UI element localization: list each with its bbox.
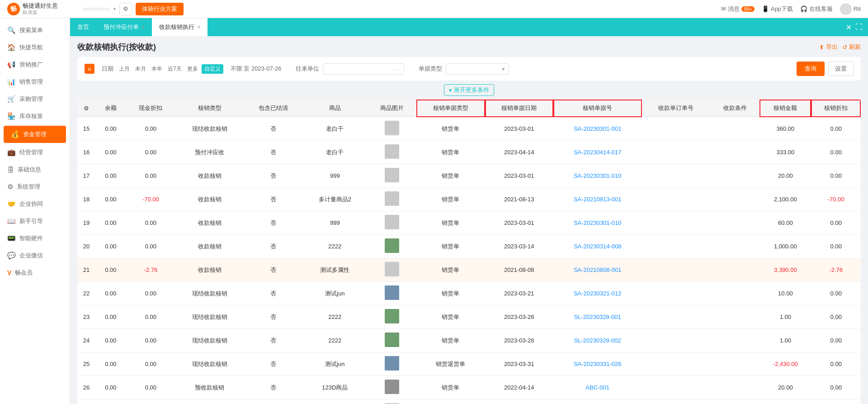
cell-voucher-date: 2023-03-01 [485,117,553,141]
cell-voucher-no[interactable]: SA-20230301-010 [553,211,642,235]
cell-settled: 否 [244,164,302,188]
sidebar-item-guide[interactable]: 📖 新手引导 [0,213,70,230]
table-row: 17 0.00 0.00 收款核销 否 999 销货单 2023-03-01 S… [77,164,861,188]
sidebar-item-search[interactable]: 🔍 搜索菜单 [0,22,70,39]
expand-tab-icon[interactable]: ⛶ [855,23,863,31]
chevron-down-icon[interactable]: ▾ [113,6,116,11]
refresh-button[interactable]: ↺ 刷新 [842,43,861,51]
cell-id: 21 [77,258,95,282]
cell-voucher-no[interactable]: SL-20230328-001 [553,305,642,329]
cell-voucher-date: 2023-03-31 [485,352,553,376]
date-btn-this-year[interactable]: 本年 [150,64,164,74]
cell-balance: 0.00 [95,399,126,404]
cell-goods-img [367,188,416,211]
cell-receipt-no [642,399,710,404]
cell-type: 收款核销 [175,258,244,282]
sidebar-item-sales[interactable]: 📊 销售管理 [0,73,70,90]
cell-amount: 3,390.00 [760,258,811,282]
col-settings[interactable]: ⚙ [77,100,95,117]
partner-input[interactable] [327,66,381,72]
cell-voucher-type: 销货单 [416,164,485,188]
cell-voucher-no[interactable]: SA-20230301-001 [553,117,642,141]
tab-writeoff-close[interactable]: × [197,24,200,30]
cell-voucher-type: 销货单 [416,282,485,305]
cell-voucher-no[interactable]: SL-20230328-002 [553,329,642,352]
cell-type: 预收款核销 [175,376,244,399]
cell-voucher-type: 销货单 [416,258,485,282]
cell-settled: 否 [244,352,302,376]
filter-toggle-button[interactable]: » [85,64,94,74]
user-area[interactable]: Rit [840,3,861,15]
settings-button[interactable]: 设置 [828,62,854,76]
date-btn-more[interactable]: 更多 [185,64,200,74]
voucher-type-arrow: ▾ [502,66,505,72]
sidebar-item-hardware[interactable]: 📟 智能硬件 [0,230,70,247]
cell-type: 预付冲应收 [175,141,244,164]
tab-writeoff[interactable]: 收款核销执行 × [152,18,208,36]
cell-voucher-no[interactable]: SL-20230408-001 [553,399,642,404]
cell-balance: 0.00 [95,376,126,399]
cell-voucher-no[interactable]: SA-20230331-026 [553,352,642,376]
home-icon: 🏠 [7,43,16,52]
wechat-icon: 💬 [7,252,16,260]
message-button[interactable]: ✉ 消息 99+ [721,5,755,13]
sidebar-item-collaboration[interactable]: 🤝 企业协同 [0,195,70,213]
online-service-button[interactable]: 🎧 在线客服 [800,5,833,13]
cell-payment-terms [710,211,760,235]
cell-discount: 0.00 [811,141,861,164]
query-button[interactable]: 查询 [797,62,825,76]
solution-button[interactable]: 体验行业方案 [136,3,184,15]
date-btn-custom[interactable]: 自定义 [202,64,223,74]
cell-payment-terms [710,282,760,305]
table-row: 19 0.00 0.00 收款核销 否 999 销货单 2023-03-01 S… [77,211,861,235]
cell-voucher-type: 销货单 [416,235,485,258]
sidebar-item-vip[interactable]: V 畅会员 [0,264,70,281]
export-button[interactable]: ⬆ 导出 [819,43,838,51]
sidebar-item-purchase[interactable]: 🛒 采购管理 [0,90,70,108]
cell-amount: 1.00 [760,305,811,329]
table-row: 15 0.00 0.00 现结收款核销 否 老白干 销货单 2023-03-01… [77,117,861,141]
tab-prepay-close[interactable]: × [142,24,145,30]
cell-voucher-type: 销货单 [416,305,485,329]
cell-receipt-no [642,164,710,188]
sidebar-item-finance[interactable]: 💰 资金管理 [4,126,66,143]
tab-bar-actions: ✕ ⛶ [846,23,868,32]
cell-voucher-no[interactable]: SA-20210813-001 [553,188,642,211]
filter-bar: » 日期 上月 本月 本年 近7天 更多 自定义 不限 至 2023-07-26 [77,57,861,81]
sidebar-item-system[interactable]: ⚙ 系统管理 [0,178,70,195]
cell-goods-img [367,235,416,258]
cell-id: 27 [77,399,95,404]
cell-goods: 2222 [303,235,367,258]
cell-voucher-no[interactable]: ABC-001 [553,376,642,399]
sidebar-item-marketing[interactable]: 📢 营销推广 [0,56,70,73]
sidebar: 🔍 搜索菜单 🏠 快捷导航 📢 营销推广 📊 销售管理 🛒 采购管理 🏪 库存核… [0,18,70,404]
app-download-button[interactable]: 📱 App下载 [762,5,793,13]
sidebar-item-quicknav[interactable]: 🏠 快捷导航 [0,39,70,56]
cell-voucher-no[interactable]: SA-20230314-008 [553,235,642,258]
settings-icon[interactable]: ⚙ [119,3,132,15]
expand-conditions-button[interactable]: ▾ 展开更多条件 [444,84,494,96]
cell-goods: 123D商品 [303,376,367,399]
sidebar-item-operations[interactable]: 💼 经营管理 [0,144,70,161]
cell-discount: 0.00 [811,399,861,404]
sidebar-item-wechat[interactable]: 💬 企业微信 [0,247,70,264]
cell-goods: 测试jun [303,352,367,376]
sidebar-item-inventory[interactable]: 🏪 库存核算 [0,108,70,125]
cell-voucher-no[interactable]: SA-20210808-001 [553,258,642,282]
sidebar-item-basic[interactable]: 🗄 基础信息 [0,161,70,178]
cell-voucher-no[interactable]: SA-20230414-017 [553,141,642,164]
voucher-type-label: 单据类型 [419,65,442,73]
cell-voucher-no[interactable]: SA-20230321-012 [553,282,642,305]
date-btn-7days[interactable]: 近7天 [166,64,184,74]
cell-voucher-date: 2023-03-14 [485,235,553,258]
partner-select-icon[interactable]: ··· [393,66,401,72]
chart-icon: 📊 [7,78,16,86]
close-tab-icon[interactable]: ✕ [846,23,852,32]
date-btn-this-month[interactable]: 本月 [133,64,148,74]
date-btn-last-month[interactable]: 上月 [117,64,132,74]
tab-home[interactable]: 首页 [70,18,96,36]
tab-prepay[interactable]: 预付冲应付单 × [96,18,152,36]
cell-voucher-no[interactable]: SA-20230301-010 [553,164,642,188]
cell-voucher-type: 销货单 [416,376,485,399]
col-voucher-no: 核销单据号 [553,100,642,117]
